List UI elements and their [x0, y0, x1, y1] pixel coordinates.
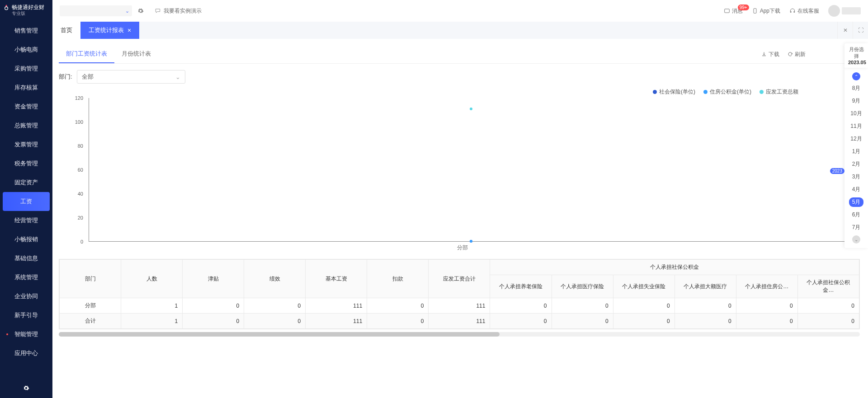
y-tick: 100: [71, 119, 83, 125]
sidebar-item-label: 采购管理: [14, 65, 38, 72]
sidebar-item-label: 应用中心: [14, 350, 38, 356]
sidebar-item-7[interactable]: 税务管理: [0, 154, 52, 173]
horizontal-scrollbar[interactable]: [59, 332, 860, 337]
tab-close-all[interactable]: ✕: [837, 22, 853, 39]
sidebar-item-3[interactable]: 库存核算: [0, 78, 52, 97]
salary-table: 部门人数津贴绩效基本工资扣款应发工资合计个人承担社保公积金个人承担养老保险个人承…: [59, 259, 859, 329]
sidebar-item-label: 总账管理: [14, 122, 38, 129]
sidebar-item-label: 小畅报销: [14, 236, 38, 243]
mobile-icon: [752, 8, 758, 14]
notification-dot-icon: [6, 333, 8, 335]
tab-salary-report[interactable]: 工资统计报表 ×: [80, 22, 139, 39]
month-item[interactable]: 1月: [849, 147, 863, 156]
dept-select[interactable]: 全部 ⌄: [77, 70, 185, 84]
month-item[interactable]: 3月: [849, 172, 863, 182]
data-point: [470, 240, 472, 243]
y-tick: 60: [71, 167, 83, 173]
table-header: 个人承担大额医疗: [675, 275, 736, 298]
scrollbar-thumb[interactable]: [59, 332, 500, 337]
sidebar-item-label: 库存核算: [14, 84, 38, 91]
month-item[interactable]: 5月: [849, 197, 863, 207]
user-menu[interactable]: [828, 5, 861, 17]
month-item[interactable]: 11月: [849, 122, 863, 131]
sidebar-item-2[interactable]: 采购管理: [0, 59, 52, 78]
download-icon: [761, 52, 767, 57]
message-icon: [724, 8, 730, 14]
month-item[interactable]: 6月: [849, 210, 863, 220]
month-scroll-down[interactable]: ⌄: [852, 235, 860, 243]
month-item[interactable]: 7月: [849, 223, 863, 232]
table-cell: 0: [183, 298, 244, 314]
table-cell: 0: [675, 298, 736, 314]
topbar-settings[interactable]: [137, 8, 144, 14]
sidebar-item-12[interactable]: 基础信息: [0, 249, 52, 268]
month-item[interactable]: 9月: [849, 96, 863, 106]
sidebar-item-label: 税务管理: [14, 160, 38, 167]
subtab-dept[interactable]: 部门工资统计表: [59, 45, 114, 63]
sidebar-item-5[interactable]: 总账管理: [0, 116, 52, 135]
online-service-button[interactable]: 在线客服: [789, 7, 819, 15]
sidebar-item-8[interactable]: 固定资产: [0, 173, 52, 192]
sidebar-item-label: 经营管理: [14, 217, 38, 224]
month-item[interactable]: 2月: [849, 159, 863, 169]
messages-button[interactable]: 消息 99+: [724, 7, 743, 15]
month-item[interactable]: 4月: [849, 185, 863, 194]
sidebar-settings[interactable]: [0, 379, 52, 398]
legend-item[interactable]: 社会保险(单位): [653, 88, 695, 96]
close-icon[interactable]: ×: [127, 27, 131, 34]
table-cell: 合计: [60, 314, 121, 329]
table-cell: 0: [797, 298, 859, 314]
month-item[interactable]: 12月: [849, 134, 863, 144]
month-scroll-up[interactable]: ⌃: [852, 72, 860, 80]
table-wrap[interactable]: 部门人数津贴绩效基本工资扣款应发工资合计个人承担社保公积金个人承担养老保险个人承…: [59, 259, 860, 329]
month-item[interactable]: 8月: [849, 84, 863, 93]
demo-link[interactable]: 我要看实例演示: [155, 7, 202, 15]
chart-legend: 社会保险(单位)住房公积金(单位)应发工资总额: [653, 88, 798, 96]
sidebar-item-14[interactable]: 企业协同: [0, 287, 52, 306]
sidebar-item-0[interactable]: 销售管理: [0, 21, 52, 40]
legend-item[interactable]: 住房公积金(单位): [703, 88, 751, 96]
y-tick: 120: [71, 95, 83, 101]
table-cell: 111: [429, 314, 490, 329]
table-cell: 0: [490, 314, 552, 329]
company-selector[interactable]: ⌄: [60, 5, 132, 16]
month-item[interactable]: 10月: [849, 109, 863, 118]
sidebar-item-label: 销售管理: [14, 27, 38, 34]
chat-icon: [155, 8, 161, 14]
y-tick: 40: [71, 191, 83, 197]
refresh-button[interactable]: 刷新: [788, 51, 806, 58]
tab-fullscreen[interactable]: ⛶: [853, 22, 868, 39]
download-button[interactable]: 下载: [761, 51, 779, 58]
brand-logo-icon: [3, 4, 10, 11]
sidebar-item-1[interactable]: 小畅电商: [0, 40, 52, 59]
headset-icon: [789, 8, 796, 14]
sidebar-item-4[interactable]: 资金管理: [0, 97, 52, 116]
table-header: 津贴: [183, 260, 244, 298]
sidebar-item-13[interactable]: 系统管理: [0, 268, 52, 287]
chart-axes: [89, 98, 853, 242]
download-label: 下载: [769, 51, 779, 58]
table-cell: 111: [306, 314, 367, 329]
table-cell: 111: [306, 298, 367, 314]
table-cell: 111: [429, 298, 490, 314]
legend-label: 应发工资总额: [766, 88, 798, 96]
table-cell: 0: [552, 298, 613, 314]
y-tick: 20: [71, 215, 83, 220]
legend-item[interactable]: 应发工资总额: [760, 88, 798, 96]
sidebar-item-10[interactable]: 经营管理: [0, 211, 52, 230]
sidebar-item-16[interactable]: 智能管理: [0, 325, 52, 344]
table-cell: 1: [121, 314, 183, 329]
table-cell: 0: [244, 298, 306, 314]
sidebar-item-6[interactable]: 发票管理: [0, 135, 52, 154]
sidebar-item-15[interactable]: 新手引导: [0, 306, 52, 325]
table-header: 扣款: [367, 260, 429, 298]
user-name-placeholder: [842, 7, 861, 14]
sidebar-item-9[interactable]: 工资: [3, 192, 50, 211]
sidebar-item-11[interactable]: 小畅报销: [0, 230, 52, 249]
sidebar-item-17[interactable]: 应用中心: [0, 344, 52, 363]
tab-home[interactable]: 首页: [52, 22, 80, 39]
app-download-button[interactable]: App下载: [752, 7, 780, 15]
chevron-down-icon: ⌄: [125, 8, 129, 14]
subtab-month[interactable]: 月份统计表: [114, 45, 158, 63]
sidebar: 畅捷通好业财 专业版 销售管理小畅电商采购管理库存核算资金管理总账管理发票管理税…: [0, 0, 52, 398]
